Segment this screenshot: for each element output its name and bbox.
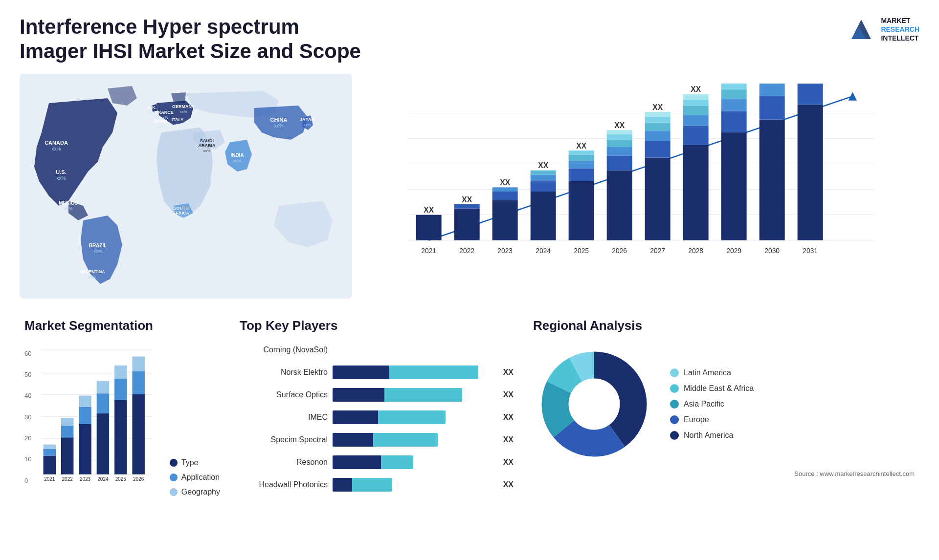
player-bar-container	[333, 433, 494, 447]
key-players: Top Key Players Corning (NovaSol) Norsk …	[235, 313, 518, 548]
svg-rect-131	[115, 400, 127, 474]
svg-rect-127	[97, 413, 109, 474]
player-bar-light	[378, 410, 446, 424]
player-bar-container	[333, 455, 494, 469]
svg-rect-129	[97, 381, 109, 393]
svg-text:2031: 2031	[803, 246, 818, 254]
players-bars: Corning (NovaSol) Norsk Elektro XX Surfa…	[240, 343, 514, 492]
legend-north-america: North America	[670, 431, 754, 440]
player-bar-dark	[333, 388, 384, 402]
logo-text: MARKET RESEARCH INTELLECT	[881, 16, 919, 43]
player-name: Resonon	[240, 458, 328, 467]
player-xx: XX	[503, 435, 514, 444]
top-content: CANADA xx% U.S. xx% MEXICO xx% BRAZIL xx…	[20, 74, 919, 299]
player-row: Headwall Photonics XX	[240, 478, 514, 492]
player-xx: XX	[503, 480, 514, 489]
svg-rect-132	[115, 379, 127, 400]
svg-rect-46	[454, 208, 480, 240]
svg-marker-42	[849, 92, 857, 100]
svg-text:U.S.: U.S.	[56, 169, 66, 175]
svg-rect-121	[61, 418, 73, 425]
svg-text:xx%: xx%	[274, 123, 284, 129]
svg-text:2025: 2025	[574, 246, 589, 254]
legend-latin-america: Latin America	[670, 368, 754, 377]
legend-application: Application	[170, 473, 220, 482]
svg-rect-65	[569, 151, 594, 155]
svg-text:xx%: xx%	[177, 216, 184, 220]
legend-asia-pacific: Asia Pacific	[670, 400, 754, 409]
svg-rect-57	[531, 174, 556, 181]
svg-rect-61	[569, 181, 594, 240]
svg-rect-64	[569, 154, 594, 161]
svg-text:XX: XX	[652, 103, 663, 111]
svg-rect-68	[607, 170, 632, 240]
svg-text:U.K.: U.K.	[148, 105, 156, 110]
svg-text:2023: 2023	[80, 476, 91, 482]
svg-rect-92	[721, 132, 747, 240]
svg-rect-100	[760, 96, 785, 120]
svg-text:2023: 2023	[497, 246, 513, 254]
source-text: Source : www.marketresearchintellect.com	[533, 470, 915, 477]
svg-text:2025: 2025	[115, 476, 127, 482]
svg-text:AFRICA: AFRICA	[173, 211, 189, 215]
application-label: Application	[181, 473, 220, 482]
svg-text:GERMANY: GERMANY	[172, 104, 195, 109]
player-bar-dark	[333, 433, 373, 447]
svg-rect-81	[645, 112, 671, 117]
svg-text:MEXICO: MEXICO	[59, 200, 78, 206]
player-row: Resonon XX	[240, 455, 514, 469]
player-bar-light	[352, 478, 393, 492]
svg-rect-94	[721, 99, 747, 111]
svg-rect-63	[569, 161, 594, 168]
svg-rect-84	[683, 145, 709, 240]
geography-dot	[170, 488, 178, 496]
svg-rect-133	[115, 366, 127, 379]
player-xx: XX	[503, 413, 514, 422]
svg-text:2021: 2021	[421, 246, 436, 254]
player-bar-container	[333, 343, 514, 357]
svg-text:2024: 2024	[536, 246, 551, 254]
player-name: Norsk Elektro	[240, 368, 328, 377]
svg-text:2022: 2022	[459, 246, 474, 254]
europe-label: Europe	[684, 415, 709, 424]
middle-east-label: Middle East & Africa	[684, 384, 754, 393]
growth-chart-svg: XX 2021 XX 2022 XX 2023 XX 2024	[372, 84, 910, 274]
middle-east-dot	[670, 384, 679, 393]
legend-middle-east: Middle East & Africa	[670, 384, 754, 393]
svg-rect-87	[683, 106, 709, 115]
svg-rect-101	[760, 84, 785, 96]
svg-rect-62	[569, 168, 594, 181]
svg-rect-105	[798, 84, 823, 105]
svg-text:XX: XX	[538, 161, 548, 170]
type-dot	[170, 459, 178, 467]
regional-title: Regional Analysis	[533, 318, 915, 333]
svg-point-144	[569, 379, 620, 430]
legend-geography: Geography	[170, 488, 220, 496]
svg-text:xx%: xx%	[156, 124, 164, 129]
regional-legend: Latin America Middle East & Africa Asia …	[670, 368, 754, 440]
seg-y-axis: 60 50 40 30 20 10 0	[24, 350, 31, 496]
svg-rect-123	[79, 424, 91, 474]
svg-rect-85	[683, 126, 709, 145]
europe-dot	[670, 415, 679, 424]
svg-text:SPAIN: SPAIN	[154, 119, 167, 124]
svg-text:XX: XX	[424, 206, 434, 214]
svg-rect-76	[645, 157, 671, 240]
svg-text:ITALY: ITALY	[172, 117, 184, 122]
svg-text:XX: XX	[462, 195, 472, 203]
svg-rect-104	[798, 105, 823, 240]
seg-legend: Type Application Geography	[170, 458, 220, 496]
svg-text:SOUTH: SOUTH	[173, 206, 189, 211]
page-title: Interference Hyper spectrum Imager IHSI …	[20, 15, 362, 64]
player-bar-light	[381, 455, 413, 469]
svg-rect-88	[683, 100, 709, 106]
svg-text:CHINA: CHINA	[270, 117, 288, 123]
svg-rect-119	[61, 437, 73, 474]
svg-rect-125	[79, 395, 91, 407]
svg-rect-51	[492, 192, 518, 200]
player-bar-light	[389, 366, 478, 379]
svg-rect-99	[760, 119, 785, 240]
player-bar-dark	[333, 455, 381, 469]
player-bar-dark	[333, 478, 352, 492]
player-bar-container	[333, 478, 494, 492]
